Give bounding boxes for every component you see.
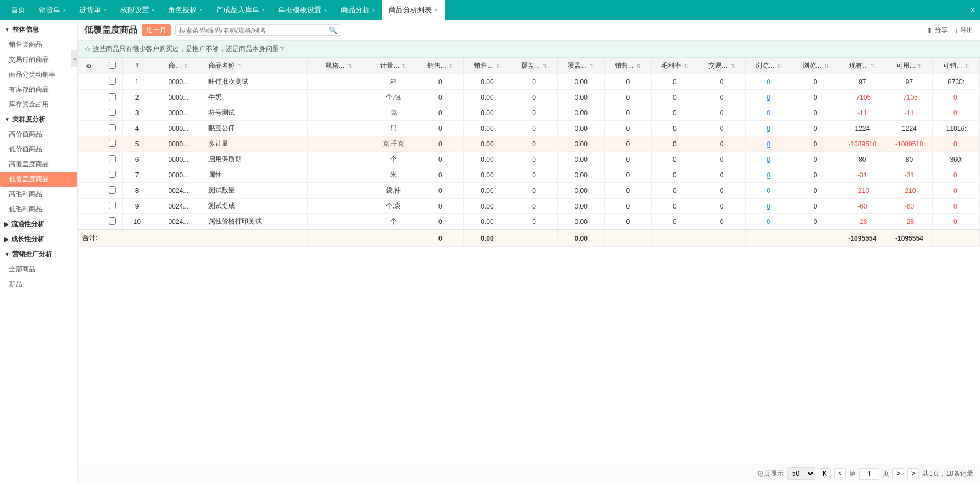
td-browse1[interactable]: 0	[745, 183, 792, 199]
nav-tab-sales[interactable]: 销货单 ×	[32, 0, 73, 20]
sidebar-item-sales-products[interactable]: 销售类商品	[0, 37, 77, 52]
close-inventory-tab[interactable]: ×	[262, 7, 265, 13]
nav-tab-analysis-list[interactable]: 商品分析列表 ×	[382, 0, 444, 20]
td-browse1[interactable]: 0	[745, 152, 792, 167]
row-checkbox[interactable]	[109, 93, 116, 100]
sidebar-item-all-products[interactable]: 全部商品	[0, 262, 77, 277]
nav-tab-home[interactable]: 首页	[4, 0, 32, 20]
prev-page-button[interactable]: <	[834, 468, 846, 479]
nav-tab-template[interactable]: 单据模板设置 ×	[272, 0, 334, 20]
sidebar-group-growth[interactable]: ▶ 成长性分析	[0, 232, 77, 247]
th-gross-rate[interactable]: 毛利率 ⇅	[651, 58, 698, 74]
page-size-select[interactable]: 50 100 200	[787, 467, 815, 480]
td-browse1[interactable]: 0	[745, 121, 792, 136]
sidebar-item-low-value[interactable]: 低价值商品	[0, 142, 77, 157]
td-browse1[interactable]: 0	[745, 136, 792, 152]
th-cover2[interactable]: 覆盖... ⇅	[558, 58, 605, 74]
td-check[interactable]	[101, 90, 122, 105]
th-browse2[interactable]: 浏览... ⇅	[792, 58, 839, 74]
row-checkbox[interactable]	[109, 155, 116, 162]
td-check[interactable]	[101, 183, 122, 199]
th-settings[interactable]: ⚙	[78, 58, 101, 74]
sidebar-group-flow[interactable]: ▶ 流通性分析	[0, 217, 77, 232]
sidebar-item-high-value[interactable]: 高价值商品	[0, 127, 77, 142]
td-check[interactable]	[101, 167, 122, 183]
sidebar-collapse-button[interactable]: «	[71, 50, 78, 67]
td-check[interactable]	[101, 105, 122, 121]
sidebar-item-low-coverage[interactable]: 低覆盖度商品	[0, 172, 77, 187]
th-available[interactable]: 可用... ⇅	[886, 58, 933, 74]
row-checkbox[interactable]	[109, 140, 116, 147]
td-saleable: 0:	[933, 90, 980, 105]
close-analysis-list-tab[interactable]: ×	[434, 7, 437, 13]
nav-tab-purchase[interactable]: 进货单 ×	[73, 0, 113, 20]
td-check[interactable]	[101, 121, 122, 136]
th-name[interactable]: 商品名称 ⇅	[206, 58, 307, 74]
td-browse1[interactable]: 0	[745, 214, 792, 230]
th-sales-amt[interactable]: 销售... ⇅	[464, 58, 511, 74]
td-sales-qty: 0	[417, 214, 464, 230]
sidebar-item-high-margin[interactable]: 高毛利商品	[0, 187, 77, 202]
th-unit[interactable]: 计量... ⇅	[370, 58, 417, 74]
td-check[interactable]	[101, 74, 122, 90]
close-permissions-tab[interactable]: ×	[151, 7, 155, 13]
sidebar-item-inventory-capital[interactable]: 库存资金占用	[0, 97, 77, 112]
nav-tab-permissions[interactable]: 权限设置 ×	[114, 0, 161, 20]
page-number-input[interactable]	[859, 468, 879, 480]
time-filter-button[interactable]: 近一月	[142, 24, 171, 36]
export-button[interactable]: ↓ 导出	[955, 26, 973, 35]
sidebar-item-new-products[interactable]: 新品	[0, 277, 77, 292]
select-all-checkbox[interactable]	[109, 62, 116, 69]
share-button[interactable]: ⬆ 分享	[927, 26, 948, 35]
main-layout: « ▼ 整体信息 销售类商品 交易过的商品 商品分类动销率 有库存的商品 库存资…	[0, 20, 980, 483]
close-template-tab[interactable]: ×	[324, 7, 327, 13]
th-saleable[interactable]: 可销... ⇅	[933, 58, 980, 74]
th-sales2[interactable]: 销售... ⇅	[604, 58, 651, 74]
sidebar-item-low-margin[interactable]: 低毛利商品	[0, 202, 77, 217]
th-browse1[interactable]: 浏览... ⇅	[745, 58, 792, 74]
sidebar-item-traded-products[interactable]: 交易过的商品	[0, 52, 77, 67]
last-page-button[interactable]: >	[907, 468, 919, 479]
sidebar-group-cluster[interactable]: ▼ 类群度分析	[0, 112, 77, 127]
row-checkbox[interactable]	[109, 78, 116, 85]
row-checkbox[interactable]	[109, 109, 116, 116]
th-cover1[interactable]: 覆盖... ⇅	[511, 58, 558, 74]
row-checkbox[interactable]	[109, 124, 116, 131]
row-checkbox[interactable]	[109, 171, 116, 178]
close-purchase-tab[interactable]: ×	[103, 7, 106, 13]
td-browse1[interactable]: 0	[745, 105, 792, 121]
sidebar-group-overview[interactable]: ▼ 整体信息	[0, 22, 77, 37]
nav-tab-analysis[interactable]: 商品分析 ×	[334, 0, 382, 20]
sidebar-item-stocked-products[interactable]: 有库存的商品	[0, 82, 77, 97]
td-check[interactable]	[101, 199, 122, 214]
first-page-button[interactable]: K	[819, 468, 831, 479]
th-spec[interactable]: 规格... ⇅	[308, 58, 370, 74]
td-check[interactable]	[101, 152, 122, 167]
td-sales-qty: 0	[417, 183, 464, 199]
sidebar-item-category-rate[interactable]: 商品分类动销率	[0, 67, 77, 82]
row-checkbox[interactable]	[109, 186, 116, 194]
td-name: 属性	[206, 167, 307, 183]
next-page-button[interactable]: >	[892, 468, 904, 479]
th-current[interactable]: 现有... ⇅	[839, 58, 886, 74]
td-browse1[interactable]: 0	[745, 74, 792, 90]
th-trans[interactable]: 交易... ⇅	[698, 58, 746, 74]
sidebar-item-high-coverage[interactable]: 高覆盖度商品	[0, 157, 77, 172]
nav-tab-inventory[interactable]: 产成品入库单 ×	[210, 0, 272, 20]
td-check[interactable]	[101, 136, 122, 152]
close-all-button[interactable]: ×	[969, 4, 976, 16]
search-input[interactable]	[179, 27, 329, 34]
th-code[interactable]: 商... ⇅	[151, 58, 206, 74]
td-browse1[interactable]: 0	[745, 90, 792, 105]
row-checkbox[interactable]	[109, 202, 116, 209]
th-sales-qty[interactable]: 销售... ⇅	[417, 58, 464, 74]
close-analysis-tab[interactable]: ×	[372, 7, 375, 13]
nav-tab-roles[interactable]: 角色授权 ×	[161, 0, 209, 20]
sidebar-group-marketing[interactable]: ▼ 营销推广分析	[0, 247, 77, 262]
close-roles-tab[interactable]: ×	[199, 7, 202, 13]
td-check[interactable]	[101, 214, 122, 230]
close-sales-tab[interactable]: ×	[63, 7, 66, 13]
td-browse1[interactable]: 0	[745, 167, 792, 183]
td-browse1[interactable]: 0	[745, 199, 792, 214]
row-checkbox[interactable]	[109, 217, 116, 225]
